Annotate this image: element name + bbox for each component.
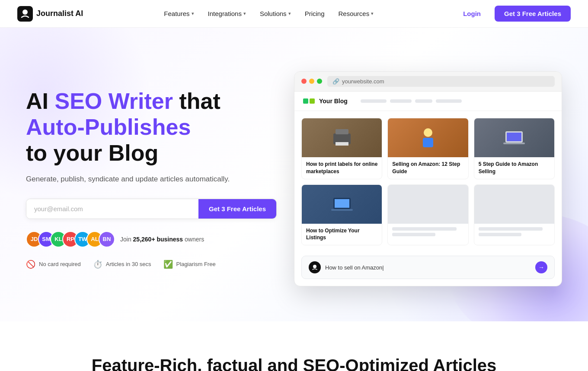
svg-rect-11: [335, 199, 349, 208]
chevron-down-icon: ▾: [288, 11, 291, 16]
badge-no-card-label: No card required: [39, 261, 81, 267]
chat-avatar-icon: [309, 261, 321, 273]
article-img-3: [474, 118, 554, 157]
articles-grid: How to print labels for online marketpla…: [294, 111, 562, 252]
article-img-1: [302, 118, 382, 157]
nav-pricing[interactable]: Pricing: [299, 6, 331, 21]
feature-section: Feature-Rich, factual and SEO-Optimized …: [0, 321, 588, 371]
svg-rect-4: [336, 142, 348, 146]
article-img-4: [302, 185, 382, 224]
chevron-down-icon: ▾: [192, 11, 194, 16]
hero-heading: AI SEO Writer that Auto-Publishes to you…: [26, 89, 277, 166]
check-icon: ✅: [163, 260, 173, 269]
svg-point-5: [424, 128, 432, 137]
article-card-1: How to print labels for online marketpla…: [301, 118, 382, 179]
article-card-4: How to Optimize Your Listings: [301, 184, 382, 246]
article-img-2: [388, 118, 468, 157]
nav-pill-4: [436, 99, 462, 103]
article-caption-2: Selling on Amazon: 12 Step Guide: [388, 157, 468, 179]
social-proof: JDSMKLRPTWALBN Join 25,260+ business own…: [26, 231, 277, 247]
form-cta-button[interactable]: Get 3 Free Articles: [198, 199, 276, 219]
browser-mockup: 🔗 yourwebsite.com Your Blog: [294, 71, 562, 286]
svg-point-13: [313, 265, 316, 268]
placeholder-line: [479, 227, 543, 231]
svg-rect-12: [331, 209, 353, 211]
article-caption-3: 5 Step Guide to Amazon Selling: [474, 157, 554, 179]
blog-logo: [303, 98, 315, 104]
nav-pill-1: [361, 99, 387, 103]
logo-sq-lime: [310, 98, 315, 104]
article-card-6: [474, 184, 555, 246]
placeholder-line: [392, 233, 435, 236]
printer-illustration: [329, 125, 355, 151]
laptop-illustration: [501, 125, 527, 151]
logo-icon: [17, 6, 33, 22]
blog-nav: [361, 99, 462, 103]
badge-plagiarism-label: Plagiarism Free: [176, 261, 216, 267]
login-button[interactable]: Login: [454, 6, 489, 21]
no-card-icon: 🚫: [26, 260, 35, 269]
nav-solutions[interactable]: Solutions ▾: [254, 6, 297, 21]
avatar-group: JDSMKLRPTWALBN: [26, 231, 115, 247]
badge-articles-speed: ⏱️ Articles in 30 secs: [93, 260, 151, 269]
placeholder-line: [479, 233, 521, 236]
article-caption-4: How to Optimize Your Listings: [302, 224, 382, 245]
badge-articles-speed-label: Articles in 30 secs: [106, 261, 151, 267]
clock-icon: ⏱️: [93, 260, 102, 269]
svg-point-1: [22, 10, 28, 15]
link-icon: 🔗: [332, 78, 339, 85]
chevron-down-icon: ▾: [243, 11, 246, 16]
email-input[interactable]: [26, 199, 198, 219]
article-card-2: Selling on Amazon: 12 Step Guide: [387, 118, 468, 179]
svg-rect-6: [423, 138, 433, 147]
nav-resources[interactable]: Resources ▾: [332, 6, 380, 21]
nav-links: Features ▾ Integrations ▾ Solutions ▾ Pr…: [158, 6, 380, 21]
article-card-5: [387, 184, 468, 246]
dot-yellow: [309, 79, 314, 84]
nav-integrations[interactable]: Integrations ▾: [202, 6, 252, 21]
svg-rect-8: [507, 133, 521, 141]
blog-header: Your Blog: [294, 92, 562, 111]
article-caption-placeholder-6: [474, 224, 554, 242]
hero-subheading: Generate, publish, syndicate and update …: [26, 173, 277, 185]
badge-plagiarism: ✅ Plagiarism Free: [163, 260, 216, 269]
hero-right: 🔗 yourwebsite.com Your Blog: [294, 71, 562, 286]
nav-pill-2: [390, 99, 412, 103]
article-img-placeholder-6: [474, 185, 554, 224]
robot-icon: [311, 264, 318, 271]
email-form: Get 3 Free Articles: [26, 199, 277, 219]
browser-bar: 🔗 yourwebsite.com: [294, 72, 562, 92]
feature-heading: Feature-Rich, factual and SEO-Optimized …: [26, 356, 562, 371]
nav-pill-3: [415, 99, 432, 103]
trust-badges: 🚫 No card required ⏱️ Articles in 30 sec…: [26, 260, 277, 269]
article-caption-1: How to print labels for online marketpla…: [302, 157, 382, 179]
article-img-placeholder-5: [388, 185, 468, 224]
logo-text: Journalist AI: [36, 9, 83, 18]
logo-sq-green: [303, 98, 308, 104]
chevron-down-icon: ▾: [371, 11, 374, 16]
placeholder-line: [392, 227, 457, 231]
article-caption-placeholder-5: [388, 224, 468, 242]
hero-section: AI SEO Writer that Auto-Publishes to you…: [0, 28, 588, 321]
logo-link[interactable]: Journalist AI: [17, 6, 83, 22]
nav-features[interactable]: Features ▾: [158, 6, 200, 21]
browser-dots: [301, 79, 322, 84]
chat-bar: How to sell on Amazon| →: [301, 256, 555, 279]
chat-send-button[interactable]: →: [535, 261, 547, 273]
dot-red: [301, 79, 307, 84]
blog-title: Your Blog: [319, 98, 348, 105]
hero-left: AI SEO Writer that Auto-Publishes to you…: [26, 89, 277, 269]
article-card-3: 5 Step Guide to Amazon Selling: [474, 118, 555, 179]
svg-rect-3: [336, 129, 348, 134]
nav-actions: Login Get 3 Free Articles: [454, 6, 571, 22]
navigation: Journalist AI Features ▾ Integrations ▾ …: [0, 0, 588, 28]
laptop2-illustration: [329, 191, 355, 217]
person-illustration: [415, 125, 441, 151]
social-proof-text: Join 25,260+ business owners: [120, 236, 204, 243]
nav-cta-button[interactable]: Get 3 Free Articles: [495, 6, 571, 22]
badge-no-card: 🚫 No card required: [26, 260, 81, 269]
browser-url-bar[interactable]: 🔗 yourwebsite.com: [327, 76, 555, 87]
svg-rect-9: [503, 143, 525, 144]
chat-input[interactable]: How to sell on Amazon|: [325, 264, 531, 271]
avatar: BN: [99, 231, 115, 247]
